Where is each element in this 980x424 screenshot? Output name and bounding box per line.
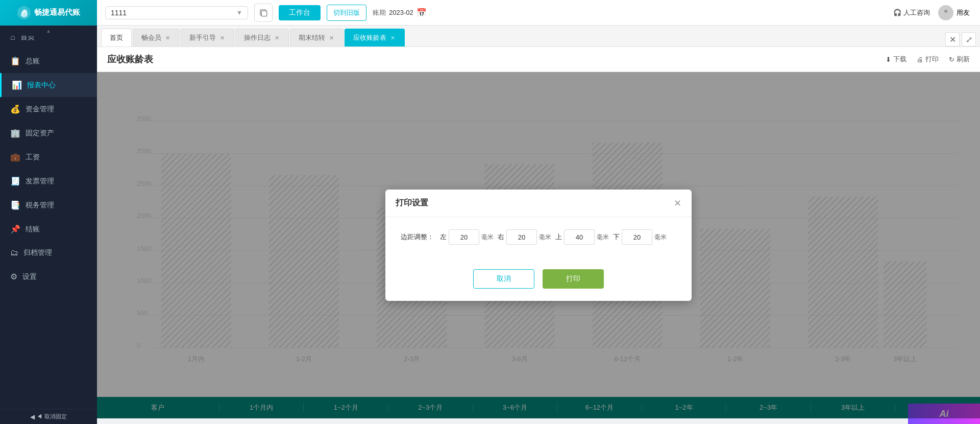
closing-icon: 📌	[10, 224, 20, 234]
sidebar-label-settings: 设置	[22, 272, 37, 281]
assets-icon: 🏢	[10, 128, 20, 138]
tab-close-log[interactable]: ✕	[274, 34, 280, 42]
svg-point-3	[944, 10, 947, 13]
sidebar-label-reports: 报表中心	[27, 81, 56, 90]
page-content: 应收账龄表 ⬇ 下载 🖨 打印 ↻ 刷新	[97, 47, 980, 424]
chart-area: 2500 2500 2500 2000 1500 1000 500 0	[97, 72, 980, 418]
ledger-icon: 📋	[10, 56, 20, 66]
sidebar: ▲ ⌂ 首页 📋 总账 📊 报表中心 💰 资金管理 🏢 固定资产 💼 工资 🧾 …	[0, 26, 97, 424]
sidebar-scroll-up[interactable]: ▲	[0, 26, 97, 36]
tab-expand-btn[interactable]: ⤢	[962, 32, 976, 46]
sidebar-item-reports[interactable]: 📊 报表中心	[0, 73, 97, 97]
dialog-body: 边距调整： 左 毫米 右	[385, 217, 692, 261]
page-header: 应收账龄表 ⬇ 下载 🖨 打印 ↻ 刷新	[97, 47, 980, 72]
refresh-label: 刷新	[957, 55, 970, 64]
payroll-icon: 💼	[10, 152, 20, 162]
refresh-button[interactable]: ↻ 刷新	[949, 55, 970, 64]
sidebar-label-payroll: 工资	[26, 153, 40, 162]
margin-bottom-input[interactable]	[622, 229, 652, 245]
margin-label: 边距调整：	[401, 232, 434, 242]
sidebar-item-archive[interactable]: 🗂 归档管理	[0, 241, 97, 265]
download-button[interactable]: ⬇ 下载	[886, 55, 906, 64]
margin-group: 左 毫米 右 毫米	[440, 229, 667, 245]
margin-top-unit: 毫米	[597, 233, 609, 242]
tab-label-log: 操作日志	[244, 33, 271, 42]
tab-aging[interactable]: 应收账龄表 ✕	[345, 29, 405, 46]
headset-icon: 🎧	[893, 9, 901, 16]
company-name: 1111	[111, 9, 127, 17]
sidebar-item-assets[interactable]: 🏢 固定资产	[0, 121, 97, 145]
margin-form-row: 边距调整： 左 毫米 右	[401, 229, 676, 245]
sidebar-item-ledger[interactable]: 📋 总账	[0, 49, 97, 73]
margin-right-input[interactable]	[506, 229, 537, 245]
period-value: 2023-02	[389, 9, 413, 16]
margin-left-input[interactable]	[449, 229, 479, 245]
tab-log[interactable]: 操作日志 ✕	[235, 29, 289, 46]
logo-icon	[17, 6, 31, 20]
page-actions: ⬇ 下载 🖨 打印 ↻ 刷新	[886, 55, 970, 64]
user-name: 用友	[957, 8, 970, 17]
funds-icon: 💰	[10, 104, 20, 114]
dialog-title: 打印设置	[396, 198, 428, 208]
period-label: 账期	[373, 8, 386, 17]
tab-guide[interactable]: 新手引导 ✕	[181, 29, 234, 46]
dialog-close-btn[interactable]: ✕	[674, 199, 681, 208]
print-icon: 🖨	[917, 56, 923, 63]
tab-home[interactable]: 首页	[101, 29, 132, 46]
logo-area: 畅捷通易代账	[0, 0, 97, 26]
sidebar-label-closing: 结账	[26, 225, 40, 234]
top-header: 畅捷通易代账 1111 ▼ 工作台 切到旧版 账期 2023-02 📅 🎧 人工…	[0, 0, 980, 26]
sidebar-item-settings[interactable]: ⚙ 设置	[0, 265, 97, 289]
invoice-icon: 🧾	[10, 176, 20, 186]
print-confirm-button[interactable]: 打印	[543, 269, 604, 289]
print-button[interactable]: 🖨 打印	[917, 55, 939, 64]
sidebar-item-funds[interactable]: 💰 资金管理	[0, 97, 97, 121]
collapse-label: ◀ 取消固定	[37, 413, 66, 420]
sidebar-collapse-btn[interactable]: ◀ ◀ 取消固定	[0, 409, 97, 424]
calendar-icon[interactable]: 📅	[416, 8, 427, 17]
cancel-button[interactable]: 取消	[473, 269, 534, 289]
print-label: 打印	[925, 55, 939, 64]
consult-button[interactable]: 🎧 人工咨询	[893, 8, 930, 17]
sidebar-label-assets: 固定资产	[26, 129, 54, 138]
tab-close-guide[interactable]: ✕	[219, 34, 226, 42]
consult-label: 人工咨询	[903, 8, 930, 17]
dialog-header: 打印设置 ✕	[385, 190, 692, 217]
tab-bar: 首页 畅会员 ✕ 新手引导 ✕ 操作日志 ✕ 期末结转 ✕ 应收账龄表 ✕	[97, 26, 980, 47]
sidebar-item-tax[interactable]: 📑 税务管理	[0, 193, 97, 217]
header-right: 🎧 人工咨询 用友	[893, 5, 980, 20]
main-layout: ▲ ⌂ 首页 📋 总账 📊 报表中心 💰 资金管理 🏢 固定资产 💼 工资 🧾 …	[0, 26, 980, 424]
user-area[interactable]: 用友	[938, 5, 970, 20]
tab-closing[interactable]: 期末结转 ✕	[290, 29, 344, 46]
tax-icon: 📑	[10, 200, 20, 210]
tab-label-aging: 应收账龄表	[353, 33, 386, 42]
download-label: 下载	[893, 55, 906, 64]
sidebar-label-tax: 税务管理	[26, 201, 54, 210]
tab-close-closing[interactable]: ✕	[328, 34, 335, 42]
sidebar-item-payroll[interactable]: 💼 工资	[0, 145, 97, 169]
sidebar-label-funds: 资金管理	[26, 105, 54, 114]
tab-close-member[interactable]: ✕	[164, 34, 171, 42]
tab-close-aging[interactable]: ✕	[389, 34, 396, 42]
settings-icon-btn[interactable]	[254, 4, 273, 22]
print-settings-dialog: 打印设置 ✕ 边距调整： 左 毫米	[385, 190, 692, 301]
tab-label-home: 首页	[110, 33, 123, 42]
tab-actions: ✕ ⤢	[945, 32, 976, 46]
tab-close-all-btn[interactable]: ✕	[945, 32, 960, 46]
margin-right-label: 右	[498, 232, 504, 242]
tab-label-guide: 新手引导	[189, 33, 216, 42]
margin-top-label: 上	[555, 232, 562, 242]
tab-member[interactable]: 畅会员 ✕	[133, 29, 180, 46]
margin-left-label: 左	[440, 232, 447, 242]
margin-top-item: 上 毫米	[555, 229, 609, 245]
content-area: 首页 畅会员 ✕ 新手引导 ✕ 操作日志 ✕ 期末结转 ✕ 应收账龄表 ✕	[97, 26, 980, 424]
margin-top-input[interactable]	[564, 229, 595, 245]
margin-bottom-item: 下 毫米	[613, 229, 667, 245]
workbench-button[interactable]: 工作台	[279, 5, 321, 20]
period-area: 账期 2023-02 📅	[373, 8, 427, 17]
copy-icon	[259, 8, 268, 17]
sidebar-item-closing[interactable]: 📌 结账	[0, 217, 97, 241]
sidebar-item-invoice[interactable]: 🧾 发票管理	[0, 169, 97, 193]
switch-version-button[interactable]: 切到旧版	[327, 5, 366, 21]
company-selector[interactable]: 1111 ▼	[105, 6, 248, 19]
